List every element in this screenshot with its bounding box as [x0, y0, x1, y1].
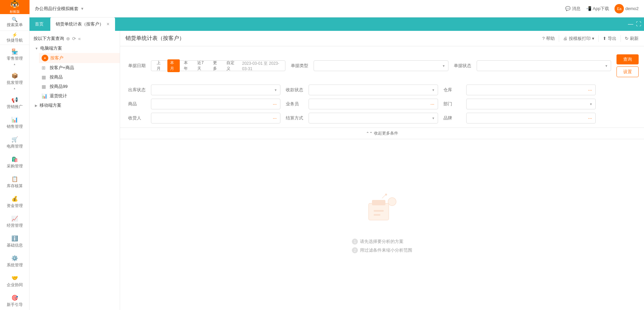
filter-date: 单据日期 上月 本月 本年 近7天 更多 自定义 2023-03-01 至 20…	[125, 60, 288, 71]
sidebar-logo: 🐯 标账版	[0, 0, 30, 14]
department-chevron: ▾	[590, 102, 592, 106]
product-input[interactable]: ···	[151, 99, 280, 109]
salesperson-ellipsis[interactable]: ···	[430, 101, 434, 107]
filter-settlement: 结算方式 ▾	[283, 113, 441, 123]
warehouse-status-select[interactable]: ▾	[151, 85, 280, 95]
date-btn-7days[interactable]: 近7天	[195, 59, 209, 72]
basic-info-icon: ℹ️	[11, 235, 18, 242]
settings-button[interactable]: 设置	[616, 66, 639, 77]
refresh-scheme-button[interactable]: ⟳	[72, 36, 76, 41]
sidebar-item-operation[interactable]: 📈 经营管理	[0, 212, 29, 232]
tree-label-mobile: 移动端方案	[40, 102, 61, 108]
sidebar-item-basic-info[interactable]: ℹ️ 基础信息	[0, 232, 29, 252]
tab-maximize-icon[interactable]: ⛶	[636, 21, 641, 27]
step1-badge: 1	[352, 239, 358, 245]
filter-row-4: 收货人 ··· 结算方式 ▾ 品牌	[125, 113, 639, 123]
doc-status-select[interactable]: ▾	[477, 60, 611, 71]
tree-child-return-stats[interactable]: 📊 退货统计	[39, 91, 120, 101]
empty-state: 1 请先选择要分析的方案 2 用过滤条件来缩小分析范围	[120, 139, 644, 310]
page-actions: ? 帮助 🖨 按模板打印 ▾ ⬆ 导出	[542, 35, 639, 46]
sidebar-item-ecommerce[interactable]: 🛒 电商管理	[0, 133, 29, 153]
payment-status-select[interactable]: ▾	[309, 85, 438, 95]
sidebar-item-marketing[interactable]: 📢 营销推广	[0, 93, 29, 113]
guide-icon: 🎯	[11, 295, 18, 301]
doc-type-select[interactable]: ▾	[314, 60, 448, 71]
svg-rect-1	[372, 200, 385, 205]
svg-line-5	[382, 195, 385, 198]
divider1	[559, 35, 559, 42]
refresh-button[interactable]: ↻ 刷新	[625, 36, 639, 42]
collapse-panel-button[interactable]: «	[78, 36, 81, 41]
tab-sales-stat[interactable]: 销货单统计表（按客户） ✕	[50, 17, 115, 31]
warehouse-ellipsis[interactable]: ···	[588, 87, 592, 93]
date-btn-custom[interactable]: 自定义	[224, 59, 239, 72]
app-download-button[interactable]: 📲 App下载	[586, 6, 609, 12]
collapse-label: 收起更多条件	[374, 131, 398, 136]
receiver-input[interactable]: ···	[151, 113, 280, 123]
date-btn-this-month[interactable]: 本月	[167, 59, 179, 72]
print-dropdown-icon[interactable]: ▾	[592, 36, 594, 41]
step1-text: 请先选择要分析的方案	[360, 239, 404, 245]
department-select[interactable]: ▾	[466, 99, 596, 109]
return-stats-label: 退货统计	[50, 93, 67, 99]
filter-row-3: 商品 ··· 业务员 ··· 部门	[125, 99, 639, 109]
settlement-select[interactable]: ▾	[309, 113, 438, 123]
tree-item-mobile[interactable]: ▶ 移动端方案	[30, 101, 120, 110]
query-button[interactable]: 查询	[616, 54, 639, 64]
date-filter-group: 上月 本月 本年 近7天 更多 自定义 2023-03-01 至 2023-03…	[151, 60, 285, 71]
sidebar-item-finance[interactable]: 💰 资金管理	[0, 192, 29, 212]
brand-label: 品牌	[443, 115, 464, 121]
sidebar-item-retail[interactable]: 🏪 零售管理 ▴	[0, 45, 29, 69]
tree-child-customer-product[interactable]: ⊞ 按客户+商品	[39, 63, 120, 72]
salesperson-input[interactable]: ···	[309, 99, 438, 109]
topbar-title: 办公用品行业模拟账套	[35, 6, 78, 12]
date-btn-more[interactable]: 更多	[210, 59, 222, 72]
payment-status-chevron: ▾	[432, 88, 434, 92]
brand-ellipsis[interactable]: ···	[588, 115, 592, 121]
tree-child-by-customer[interactable]: ● 按客户	[39, 53, 120, 63]
sidebar-item-collaboration[interactable]: 🤝 企业协同	[0, 271, 29, 291]
sidebar-item-wholesale[interactable]: 📦 批发管理 ▴	[0, 69, 29, 93]
tree-child-by-product[interactable]: ▦ 按商品	[39, 72, 120, 82]
message-button[interactable]: 💬 消息	[565, 6, 581, 12]
export-button[interactable]: ⬆ 导出	[603, 36, 616, 42]
filter-brand: 品牌 ···	[441, 113, 598, 123]
help-button[interactable]: ? 帮助	[542, 36, 555, 42]
sidebar-item-inventory[interactable]: 📋 库存核算	[0, 172, 29, 192]
customer-product-icon: ⊞	[42, 65, 48, 71]
by-product-icon: ▦	[42, 74, 48, 80]
warehouse-input[interactable]: ···	[466, 85, 596, 95]
print-button[interactable]: 🖨 按模板打印 ▾	[563, 36, 594, 42]
content-area: 按以下方案查询 ⊕ ⟳ « ▼ 电脑端方案 ● 按客户 ⊞ 按客户+	[30, 31, 644, 310]
sidebar-item-purchase[interactable]: 🛍️ 采购管理	[0, 153, 29, 172]
tab-minimize-icon[interactable]: —	[628, 21, 633, 27]
add-scheme-button[interactable]: ⊕	[66, 36, 70, 41]
sidebar-item-sales[interactable]: 📊 销售管理	[0, 113, 29, 133]
filter-doc-type: 单据类型 ▾	[288, 60, 451, 71]
filter-row-1: 单据日期 上月 本月 本年 近7天 更多 自定义 2023-03-01 至 20…	[125, 50, 639, 81]
filter-product: 商品 ···	[125, 99, 283, 109]
date-btn-last-month[interactable]: 上月	[154, 59, 166, 72]
sidebar-item-system[interactable]: ⚙️ 系统管理	[0, 252, 29, 271]
tree-child-product99[interactable]: ▦ 按商品99	[39, 82, 120, 91]
collapse-bar[interactable]: ⌃⌃ 收起更多条件	[120, 128, 644, 139]
product-ellipsis[interactable]: ···	[273, 101, 277, 107]
retail-icon: 🏪	[11, 48, 18, 55]
sidebar-item-guide[interactable]: 🎯 新手引导	[0, 291, 29, 310]
receiver-ellipsis[interactable]: ···	[273, 115, 277, 121]
tab-close-icon[interactable]: ✕	[106, 22, 110, 27]
right-panel: 销货单统计表（按客户） ? 帮助 🖨 按模板打印 ▾ ⬆	[120, 31, 644, 310]
system-icon: ⚙️	[11, 255, 18, 261]
sidebar-item-quick-nav[interactable]: ⚡ 快捷导航	[0, 31, 29, 45]
user-button[interactable]: Ea demo2	[614, 4, 639, 13]
collaboration-icon: 🤝	[11, 275, 18, 281]
sidebar-item-search[interactable]: 🔍 搜索菜单	[0, 14, 29, 31]
filter-warehouse-status: 出库状态 ▾	[125, 85, 283, 95]
tree-item-pc[interactable]: ▼ 电脑端方案	[30, 44, 120, 53]
topbar-dropdown-icon[interactable]: ▾	[81, 6, 84, 11]
brand-input[interactable]: ···	[466, 113, 596, 123]
tree-arrow-mobile: ▶	[35, 104, 38, 107]
date-btn-this-year[interactable]: 本年	[181, 59, 193, 72]
tab-home[interactable]: 首页	[30, 17, 49, 31]
salesperson-label: 业务员	[286, 101, 306, 107]
